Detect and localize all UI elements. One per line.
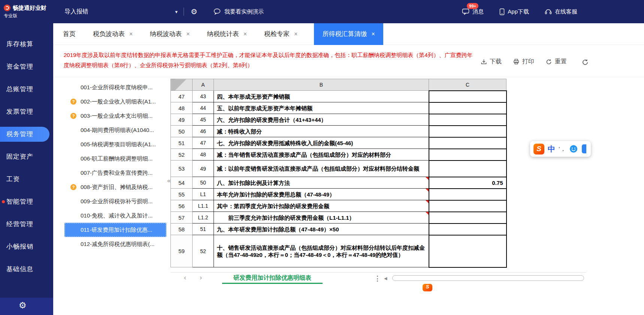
cell-b[interactable]: 六、允许扣除的研发费用合计（41+43+44） — [214, 114, 429, 126]
sidebar-item-base-info[interactable]: 基础信息 — [0, 262, 53, 277]
cell-b-with-comment[interactable]: 本年允许加计扣除的研发费用总额（47-48-49） — [214, 189, 429, 200]
sidebar-item-payroll[interactable]: 工资 — [0, 172, 53, 187]
help-icon[interactable]: ? — [70, 184, 76, 190]
form-item-011-selected[interactable]: 011-研发费用加计扣除优惠... — [64, 223, 166, 237]
column-header-c[interactable]: C — [429, 79, 507, 91]
cell-c[interactable] — [429, 235, 507, 267]
row-number[interactable]: 53 — [171, 160, 193, 177]
cell-a[interactable]: 51 — [193, 224, 214, 235]
sogou-tray-icon[interactable]: S — [423, 284, 432, 291]
sidebar-item-smart-mgmt[interactable]: 智能管理 — [0, 194, 53, 209]
reset-button[interactable]: 重置 — [545, 58, 567, 66]
cell-a[interactable]: 46 — [193, 126, 214, 137]
import-error-dropdown[interactable]: 导入报错 ▾ — [58, 4, 183, 19]
cell-a[interactable]: L1 — [193, 189, 214, 200]
cell-b[interactable]: 七、允许扣除的研发费用抵减特殊收入后的金额(45-46) — [214, 137, 429, 149]
form-item-005[interactable]: 005-纳税调整项目明细表(A1... — [64, 137, 166, 152]
column-header-b[interactable]: B — [214, 79, 429, 91]
print-button[interactable]: 打印 — [513, 58, 534, 66]
row-number[interactable]: 55 — [171, 189, 193, 200]
sidebar-item-ledger[interactable]: 总账管理 — [0, 82, 53, 97]
cell-a[interactable]: L1.1 — [193, 200, 214, 212]
cell-c[interactable] — [429, 91, 507, 102]
sidebar-item-fixed-assets[interactable]: 固定资产 — [0, 149, 53, 164]
help-icon[interactable]: ? — [70, 99, 76, 105]
form-item-008[interactable]: ?008-资产折旧、摊销及纳税... — [64, 180, 166, 194]
form-item-002[interactable]: ?002-一般企业收入明细表(A1... — [64, 94, 166, 109]
cell-a[interactable]: 44 — [193, 102, 214, 114]
row-number[interactable]: 54 — [171, 177, 193, 189]
cell-a[interactable]: L1.2 — [193, 212, 214, 224]
cell-c[interactable] — [429, 224, 507, 235]
sheet-nav-left-icon[interactable]: ‹ — [184, 274, 186, 282]
cell-c[interactable] — [429, 126, 507, 137]
cell-b[interactable]: 九、本年研发费用加计扣除总额（47-48-49）×50 — [214, 224, 429, 235]
refresh-button[interactable] — [581, 58, 589, 68]
cell-c[interactable] — [429, 114, 507, 126]
close-icon[interactable]: × — [371, 31, 375, 37]
help-icon[interactable]: ? — [70, 113, 76, 119]
cell-b[interactable]: 减：当年销售研发活动直接形成产品（包括组成部分）对应的材料部分 — [214, 149, 429, 160]
cell-b-with-comment[interactable]: 八、加计扣除比例及计算方法 — [214, 177, 429, 189]
cell-a[interactable]: 45 — [193, 114, 214, 126]
emoji-icon[interactable] — [569, 145, 578, 153]
messages-button[interactable]: 99+ 消息 — [462, 8, 484, 15]
form-item-009[interactable]: 009-企业所得税弥补亏损明... — [64, 194, 166, 208]
form-item-001[interactable]: 001-企业所得税年度纳税申... — [64, 80, 166, 94]
form-item-006[interactable]: 006-职工薪酬纳税调整明细... — [64, 152, 166, 166]
cell-b[interactable]: 减：特殊收入部分 — [214, 126, 429, 137]
cell-a[interactable]: 52 — [193, 235, 214, 267]
column-header-a[interactable]: A — [193, 79, 214, 91]
cell-a[interactable]: 48 — [193, 149, 214, 160]
tab-tax-statistics[interactable]: 纳税统计表× — [206, 23, 248, 45]
cell-c[interactable] — [429, 200, 507, 212]
cell-a[interactable]: 47 — [193, 137, 214, 149]
form-item-004[interactable]: 004-期间费用明细表(A1040... — [64, 123, 166, 137]
tab-tax-fluctuation[interactable]: 纳税波动表× — [149, 23, 190, 45]
row-number[interactable]: 48 — [171, 102, 193, 114]
hscroll-left-icon[interactable]: ◀ — [384, 276, 387, 281]
tab-tax-burden[interactable]: 税负波动表× — [92, 23, 133, 45]
sidebar-item-operations[interactable]: 经营管理 — [0, 217, 53, 232]
cell-b[interactable]: 五、以前年度形成无形资产本年摊销额 — [214, 102, 429, 114]
online-service-button[interactable]: 在线客服 — [545, 8, 577, 15]
ime-language-mode[interactable]: 中 — [548, 144, 555, 154]
cell-a[interactable]: 49 — [193, 160, 214, 177]
select-all-corner[interactable] — [171, 79, 193, 91]
sidebar-item-funds[interactable]: 资金管理 — [0, 59, 53, 74]
row-number[interactable]: 51 — [171, 137, 193, 149]
close-icon[interactable]: × — [294, 31, 297, 37]
form-item-003[interactable]: ?003-一般企业成本支出明细... — [64, 109, 166, 123]
cell-c[interactable] — [429, 102, 507, 114]
more-options-icon[interactable] — [374, 275, 380, 282]
cell-b[interactable]: 十、销售研发活动直接形成产品（包括组成部分）对应材料部分结转以后年度扣减金额（当… — [214, 235, 429, 267]
sidebar-item-expense[interactable]: 小畅报销 — [0, 239, 53, 254]
sidebar-item-invoice[interactable]: 发票管理 — [0, 104, 53, 119]
cell-c[interactable]: 0.75 — [429, 177, 507, 189]
tab-home[interactable]: 首页 — [62, 23, 76, 45]
download-button[interactable]: 下载 — [481, 58, 502, 66]
form-item-007[interactable]: 007-广告费和业务宣传费跨... — [64, 166, 166, 180]
row-number[interactable]: 52 — [171, 149, 193, 160]
sheet-nav-right-icon[interactable]: › — [200, 274, 202, 282]
demo-link[interactable]: 我要看实例演示 — [213, 8, 264, 15]
row-number[interactable]: 56 — [171, 200, 193, 212]
sheet-tab[interactable]: 研发费用加计扣除优惠明细表 — [222, 273, 323, 284]
app-download-button[interactable]: App下载 — [499, 8, 529, 15]
close-icon[interactable]: × — [244, 31, 247, 37]
row-number[interactable]: 57 — [171, 212, 193, 224]
ime-punctuation-mode[interactable]: ’， — [559, 146, 566, 153]
row-number[interactable]: 59 — [171, 235, 193, 267]
close-icon[interactable]: × — [186, 31, 190, 37]
cell-c[interactable] — [429, 160, 507, 177]
cell-c[interactable] — [429, 212, 507, 224]
row-number[interactable]: 50 — [171, 126, 193, 137]
sidebar-item-inventory[interactable]: 库存核算 — [0, 37, 53, 52]
form-item-010[interactable]: 010-免税、减计收入及加计... — [64, 208, 166, 223]
settings-gear-icon[interactable]: ⚙ — [191, 8, 197, 15]
form-item-012[interactable]: 012-减免所得税优惠明细表(... — [64, 237, 166, 251]
cell-a[interactable]: 43 — [193, 91, 214, 102]
cell-c[interactable] — [429, 189, 507, 200]
tab-tax-expert[interactable]: 税检专家× — [263, 23, 298, 45]
row-number[interactable]: 58 — [171, 224, 193, 235]
